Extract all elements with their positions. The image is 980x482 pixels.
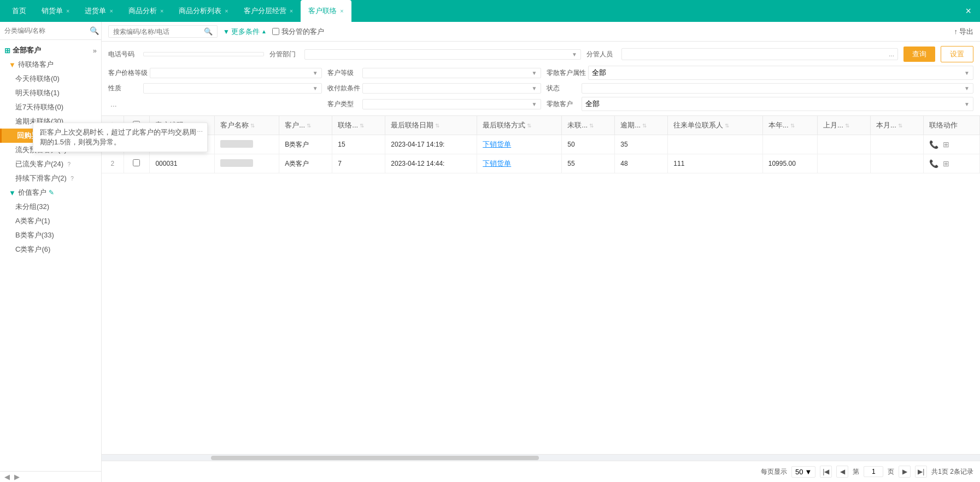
customer-type-select[interactable]: ▼ [362, 99, 541, 109]
row2-checkbox[interactable] [133, 159, 140, 166]
sidebar-item-tomorrow[interactable]: 明天待联络(1) [0, 86, 101, 100]
this-year-sort-icon[interactable]: ⇅ [790, 123, 795, 129]
customer-name-blur-2 [220, 159, 253, 167]
retail-customer-arrow-icon: ▼ [964, 101, 970, 107]
dept-filter-field: 分管部门 ▼ [269, 49, 581, 60]
scrollbar-thumb[interactable] [211, 456, 539, 460]
more-fields-dots[interactable]: ... [108, 100, 119, 108]
sidebar-bottom-left-arrow[interactable]: ◀ [4, 473, 10, 481]
pagination-bar: 每页显示 50 ▼ |◀ ◀ 第 页 ▶ ▶| 共1页 2条记录 [102, 461, 980, 482]
nav-tab-purchase[interactable]: 进货单 × [77, 0, 120, 22]
row1-more-icon[interactable]: ⊞ [943, 140, 949, 149]
sidebar-bottom-right-arrow[interactable]: ▶ [14, 473, 20, 481]
last-page-button[interactable]: ▶| [915, 466, 927, 478]
retail-customer-select[interactable]: 全部 ▼ [582, 97, 974, 111]
sidebar-value-customers-group[interactable]: ▼ 价值客户 ✎ [0, 185, 101, 200]
close-sales-tab[interactable]: × [66, 8, 69, 14]
filter-row-1: 电话号码 分管部门 ▼ 分管人员 ... 查询 设置 [108, 46, 973, 62]
filter-row-3: 性质 ▼ 收付款条件 ▼ 状态 [108, 83, 973, 94]
date-sort-icon[interactable]: ⇅ [435, 123, 439, 129]
tooltip-close[interactable]: ... [197, 125, 203, 133]
prev-page-button[interactable]: ◀ [836, 466, 848, 478]
sidebar-item-already-lost[interactable]: 已流失客户(24) ? [0, 157, 101, 171]
sidebar-item-today[interactable]: 今天待联络(0) [0, 72, 101, 86]
nav-tab-home[interactable]: 首页 [4, 0, 34, 22]
th-unit-contact: 往来单位联系人 ⇅ [668, 116, 762, 135]
my-customers-checkbox[interactable] [272, 28, 279, 35]
row1-phone-icon[interactable]: 📞 [929, 140, 938, 149]
more-conditions-btn[interactable]: ▼ 更多条件 ▲ [223, 27, 267, 37]
td-not-contacted-1: 50 [562, 135, 615, 154]
row2-phone-icon[interactable]: 📞 [929, 159, 938, 168]
td-action-2: 📞 ⊞ [924, 154, 980, 173]
sidebar-all-customers[interactable]: ⊞ 全部客户 » [0, 43, 101, 57]
category-sort-icon[interactable]: ⇅ [307, 123, 311, 129]
horizontal-scrollbar[interactable] [102, 454, 980, 461]
retail-attr-select[interactable]: 全部 ▼ [588, 66, 974, 80]
dept-select[interactable]: ▼ [304, 49, 581, 60]
value-customers-edit-icon[interactable]: ✎ [49, 189, 54, 196]
set-button[interactable]: 设置 [941, 46, 973, 62]
collapse-icon[interactable]: » [93, 47, 97, 55]
sidebar-item-a-class[interactable]: A类客户(1) [0, 214, 101, 228]
nav-tab-sales[interactable]: 销货单 × [34, 0, 77, 22]
close-product-list-tab[interactable]: × [225, 8, 228, 14]
payment-select[interactable]: ▼ [362, 83, 541, 94]
nav-tab-product-analysis[interactable]: 商品分析 × [121, 0, 171, 22]
this-month-sort-icon[interactable]: ⇅ [898, 123, 902, 129]
close-customer-contact-tab[interactable]: × [340, 8, 343, 14]
close-purchase-tab[interactable]: × [109, 8, 113, 14]
not-contacted-sort-icon[interactable]: ⇅ [589, 123, 594, 129]
query-button[interactable]: 查询 [903, 47, 935, 62]
manager-dots[interactable]: ... [889, 50, 894, 58]
customer-grade-select[interactable]: ▼ [362, 68, 541, 78]
sidebar-item-b-class[interactable]: B类客户(33) [0, 228, 101, 242]
overdue-sort-icon[interactable]: ⇅ [642, 123, 647, 129]
gender-select[interactable]: ▼ [143, 83, 322, 94]
sidebar-item-persistent-decline[interactable]: 持续下滑客户(2) ? [0, 171, 101, 185]
th-last-month: 上月... ⇅ [817, 116, 870, 135]
retail-attr-arrow-icon: ▼ [964, 70, 970, 76]
method-sort-icon[interactable]: ⇅ [527, 123, 531, 129]
sidebar: 🔍 ⊞ 全部客户 » ▼ 待联络客户 今天待联络(0) 明天待联络(1) 近7天… [0, 22, 102, 482]
row2-more-icon[interactable]: ⊞ [943, 159, 949, 168]
nav-tab-customer-contact[interactable]: 客户联络 × [301, 0, 351, 22]
filter-search-input[interactable] [113, 28, 202, 36]
first-page-button[interactable]: |◀ [820, 466, 832, 478]
sidebar-search-icon[interactable]: 🔍 [90, 26, 99, 35]
manager-input[interactable]: ... [621, 48, 898, 60]
td-this-month-1 [870, 135, 923, 154]
td-last-contact-method-1: 下销货单 [477, 135, 562, 154]
td-last-contact-method-2: 下销货单 [477, 154, 562, 173]
td-code-2: 000031 [150, 154, 214, 173]
filter-icon: ▼ [223, 28, 230, 36]
filter-search-icon[interactable]: 🔍 [204, 27, 213, 36]
phone-input[interactable] [143, 52, 264, 56]
price-grade-select[interactable]: ▼ [150, 68, 322, 78]
sidebar-item-unclassified[interactable]: 未分组(32) [0, 200, 101, 214]
sidebar-pending-contact-group[interactable]: ▼ 待联络客户 [0, 57, 101, 72]
name-sort-icon[interactable]: ⇅ [250, 123, 255, 129]
close-customer-segment-tab[interactable]: × [290, 8, 293, 14]
close-product-analysis-tab[interactable]: × [160, 8, 163, 14]
persistent-info-icon[interactable]: ? [71, 176, 74, 182]
already-lost-info-icon[interactable]: ? [67, 161, 71, 167]
status-select[interactable]: ▼ [582, 83, 974, 94]
td-last-month-2 [817, 154, 870, 173]
sidebar-search-input[interactable] [4, 27, 86, 34]
contact-method-link-2[interactable]: 下销货单 [483, 159, 511, 167]
sidebar-item-c-class[interactable]: C类客户(6) [0, 242, 101, 257]
export-button[interactable]: ↑ 导出 [954, 27, 974, 37]
last-month-sort-icon[interactable]: ⇅ [845, 123, 849, 129]
nav-tab-customer-segment[interactable]: 客户分层经营 × [236, 0, 301, 22]
customer-type-arrow-icon: ▼ [532, 101, 537, 107]
close-all-tabs[interactable]: × [965, 5, 971, 17]
unit-contact-sort-icon[interactable]: ⇅ [725, 123, 729, 129]
page-size-select[interactable]: 50 ▼ [791, 466, 815, 478]
next-page-button[interactable]: ▶ [899, 466, 911, 478]
sidebar-item-7days[interactable]: 近7天待联络(0) [0, 100, 101, 114]
nav-tab-product-analysis-list[interactable]: 商品分析列表 × [171, 0, 236, 22]
contact-method-link-1[interactable]: 下销货单 [483, 140, 511, 148]
current-page-input[interactable] [864, 466, 883, 477]
contact-sort-icon[interactable]: ⇅ [360, 123, 364, 129]
